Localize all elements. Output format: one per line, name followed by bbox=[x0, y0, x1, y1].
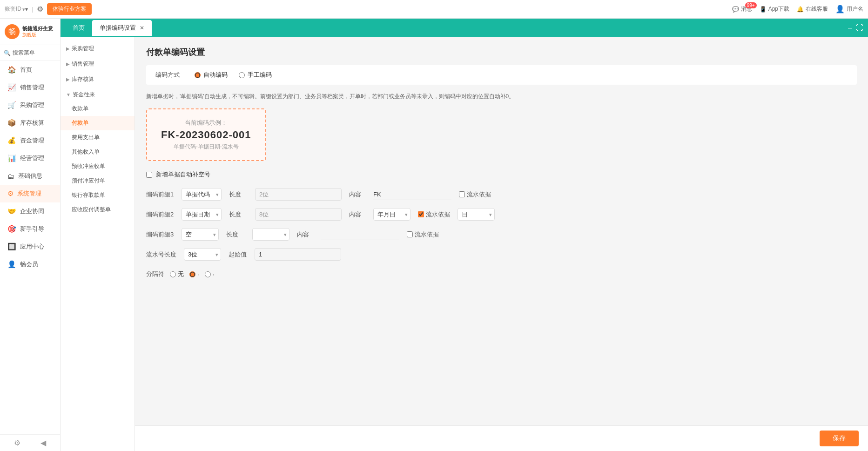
sidebar-item-collab[interactable]: 🤝 企业协同 bbox=[0, 202, 60, 220]
auto-fill-label[interactable]: 新增单据自动补空号 bbox=[156, 170, 210, 179]
form-area: 付款单编码设置 编码方式 自动编码 手工编码 bbox=[135, 37, 868, 425]
auto-code-label: 自动编码 bbox=[203, 71, 228, 79]
prefix3-length-select-wrapper[interactable] bbox=[252, 228, 289, 241]
industry-btn[interactable]: 体验行业方案 bbox=[47, 3, 92, 15]
subnav-label-inventory: 库存核算 bbox=[72, 75, 94, 83]
prefix1-content-input[interactable] bbox=[373, 189, 451, 200]
subnav-title-purchase[interactable]: ▶ 采购管理 bbox=[61, 42, 135, 55]
settings-bottom-icon[interactable]: ⚙ bbox=[14, 438, 20, 447]
subnav-item-pre-payable[interactable]: 预付冲应付单 bbox=[61, 174, 135, 188]
service-icon: 🔔 bbox=[797, 6, 804, 13]
prefix1-label: 编码前缀1 bbox=[146, 190, 174, 199]
finance-icon: 💰 bbox=[7, 136, 16, 145]
arrow-icon-sales: ▶ bbox=[66, 61, 70, 67]
manual-code-option[interactable]: 手工编码 bbox=[239, 71, 272, 79]
sep-dash-radio[interactable] bbox=[205, 271, 211, 277]
sep-dot-option[interactable]: · bbox=[189, 271, 199, 278]
subnav-title-sales[interactable]: ▶ 销售管理 bbox=[61, 57, 135, 71]
sidebar-item-guide[interactable]: 🎯 新手引导 bbox=[0, 220, 60, 238]
guide-icon: 🎯 bbox=[7, 225, 16, 233]
serial-length-select-wrapper[interactable]: 3位 bbox=[184, 248, 221, 261]
prefix2-select-wrapper[interactable]: 单据日期 bbox=[182, 208, 222, 221]
prefix3-serial-checkbox[interactable] bbox=[407, 231, 413, 237]
start-value-input[interactable] bbox=[255, 248, 341, 261]
subnav-item-payment[interactable]: 付款单 bbox=[61, 116, 135, 130]
sidebar: 畅 畅捷通好生意 旗舰版 🔍 搜索菜单 🏠 首页 📈 销售管理 🛒 采购管理 bbox=[0, 19, 61, 451]
auto-code-radio[interactable] bbox=[195, 72, 201, 78]
prefix2-cycle-select-wrapper[interactable]: 日 bbox=[458, 208, 495, 221]
subnav-item-pre-receivable[interactable]: 预收冲应收单 bbox=[61, 159, 135, 174]
separator-row: 分隔符 无 · · bbox=[146, 270, 857, 278]
prefix2-content-select-wrapper[interactable]: 年月日 bbox=[373, 208, 410, 221]
sidebar-item-operations[interactable]: 📊 经营管理 bbox=[0, 149, 60, 167]
collapse-icon[interactable]: ◀ bbox=[40, 438, 46, 447]
subnav-title-capital[interactable]: ▼ 资金往来 bbox=[61, 88, 135, 101]
sidebar-item-sales[interactable]: 📈 销售管理 bbox=[0, 79, 60, 96]
sidebar-item-purchase[interactable]: 🛒 采购管理 bbox=[0, 96, 60, 114]
tab-home[interactable]: 首页 bbox=[65, 20, 92, 36]
sep-dash-option[interactable]: · bbox=[205, 271, 215, 278]
prefix1-select-wrapper[interactable]: 单据代码 bbox=[182, 188, 222, 201]
account-selector[interactable]: ▾ bbox=[25, 6, 28, 13]
message-btn[interactable]: 💬 消息 99+ bbox=[732, 5, 752, 13]
sep-dot-radio[interactable] bbox=[189, 271, 195, 277]
prefix3-select[interactable]: 空 bbox=[182, 228, 219, 241]
sidebar-item-system[interactable]: ⚙ 系统管理 bbox=[0, 185, 60, 202]
sidebar-search[interactable]: 🔍 搜索菜单 bbox=[0, 45, 60, 61]
prefix2-content-select[interactable]: 年月日 bbox=[373, 208, 410, 221]
subnav-label-capital: 资金往来 bbox=[73, 91, 95, 99]
sep-none-radio[interactable] bbox=[170, 271, 176, 277]
user-avatar[interactable]: 👤 用户名 bbox=[835, 5, 863, 13]
serial-length-select[interactable]: 3位 bbox=[184, 248, 221, 261]
prefix2-cycle-select[interactable]: 日 bbox=[458, 208, 495, 221]
sidebar-item-member[interactable]: 👤 畅会员 bbox=[0, 256, 60, 273]
tab-minimize-icon[interactable]: – bbox=[848, 24, 852, 32]
subnav-item-receipt[interactable]: 收款单 bbox=[61, 101, 135, 116]
tab-close-icon[interactable]: ✕ bbox=[140, 25, 144, 31]
subnav-item-other-income[interactable]: 其他收入单 bbox=[61, 145, 135, 159]
auto-fill-checkbox[interactable] bbox=[146, 172, 152, 178]
sep-none-text: 无 bbox=[178, 270, 184, 278]
subnav-item-bank[interactable]: 银行存取款单 bbox=[61, 188, 135, 202]
subnav-group-purchase: ▶ 采购管理 bbox=[61, 42, 135, 55]
manual-code-radio[interactable] bbox=[239, 72, 245, 78]
prefix2-select[interactable]: 单据日期 bbox=[182, 208, 222, 221]
prefix1-serial-checkbox[interactable] bbox=[459, 191, 465, 197]
settings-icon[interactable]: ⚙ bbox=[37, 5, 43, 13]
layout: 畅 畅捷通好生意 旗舰版 🔍 搜索菜单 🏠 首页 📈 销售管理 🛒 采购管理 bbox=[0, 19, 868, 451]
subnav-item-expense[interactable]: 费用支出单 bbox=[61, 130, 135, 145]
logo-text-block: 畅捷通好生意 旗舰版 bbox=[22, 25, 53, 38]
prefix2-serial-text: 流水依据 bbox=[426, 210, 450, 219]
sidebar-item-apps[interactable]: 🔲 应用中心 bbox=[0, 238, 60, 256]
code-preview-box: 当前编码示例： FK-20230602-001 单据代码-单据日期-流水号 bbox=[146, 108, 266, 161]
prefix3-length-select[interactable] bbox=[252, 228, 289, 241]
service-btn[interactable]: 🔔 在线客服 bbox=[797, 5, 828, 13]
prefix1-select[interactable]: 单据代码 bbox=[182, 188, 222, 201]
sidebar-item-home[interactable]: 🏠 首页 bbox=[0, 61, 60, 79]
tab-code-settings[interactable]: 单据编码设置 ✕ bbox=[92, 20, 152, 36]
prefix3-label: 编码前缀3 bbox=[146, 230, 174, 239]
tab-code-label: 单据编码设置 bbox=[100, 24, 136, 31]
prefix2-serial-checkbox[interactable] bbox=[418, 211, 424, 217]
logo-sub: 旗舰版 bbox=[22, 32, 53, 38]
message-icon: 💬 bbox=[732, 6, 739, 13]
code-method-label: 编码方式 bbox=[155, 71, 183, 79]
prefix3-select-wrapper[interactable]: 空 bbox=[182, 228, 219, 241]
sidebar-item-finance[interactable]: 💰 资金管理 bbox=[0, 132, 60, 149]
app-download-btn[interactable]: 📱 App下载 bbox=[760, 5, 789, 13]
subnav-item-adjust[interactable]: 应收应付调整单 bbox=[61, 202, 135, 217]
separator-label: 分隔符 bbox=[146, 270, 164, 278]
serial-length-row: 流水号长度 3位 起始值 bbox=[146, 248, 857, 261]
prefix3-content-input[interactable] bbox=[321, 229, 399, 240]
tab-expand-icon[interactable]: ⛶ bbox=[856, 24, 863, 32]
sidebar-item-base[interactable]: 🗂 基础信息 bbox=[0, 167, 60, 185]
prefix2-serial-label: 流水依据 bbox=[418, 210, 450, 219]
sidebar-item-inventory[interactable]: 📦 库存核算 bbox=[0, 114, 60, 132]
auto-code-option[interactable]: 自动编码 bbox=[195, 71, 228, 79]
account-id: 账套ID bbox=[5, 5, 21, 13]
save-button[interactable]: 保存 bbox=[820, 431, 859, 446]
system-icon: ⚙ bbox=[7, 189, 13, 198]
subnav-title-inventory[interactable]: ▶ 库存核算 bbox=[61, 73, 135, 86]
sales-icon: 📈 bbox=[7, 83, 16, 92]
sep-none-option[interactable]: 无 bbox=[170, 270, 184, 278]
